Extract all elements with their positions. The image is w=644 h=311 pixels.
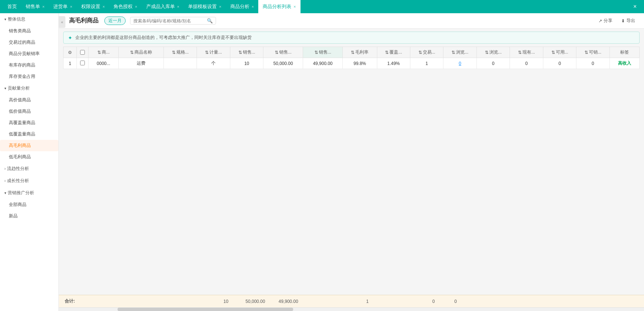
col-spec[interactable]: ⇅规格...	[163, 47, 197, 58]
export-button[interactable]: ⬇ 导出	[618, 16, 638, 25]
nav-product-inbound[interactable]: 产成品入库单 ×	[142, 0, 184, 13]
footer-browse1	[378, 299, 400, 304]
sidebar-item-high-coverage[interactable]: 高覆盖量商品	[0, 117, 58, 129]
col-saleable-stock[interactable]: ⇅可销...	[576, 47, 609, 58]
export-icon: ⬇	[621, 18, 625, 23]
data-table: ⚙ ⇅商... ⇅商品名称 ⇅规格... ⇅计量... ⇅销售... ⇅销售..…	[63, 47, 640, 69]
cell-sales-profit: 49,900.00	[303, 58, 343, 69]
cell-gross-margin: 99.8%	[343, 58, 377, 69]
cell-browse2: 0	[476, 58, 510, 69]
sidebar-section-trend[interactable]: › 流趋性分析	[0, 163, 58, 175]
col-sales-qty[interactable]: ⇅销售...	[230, 47, 263, 58]
col-unit[interactable]: ⇅计量...	[197, 47, 230, 58]
cell-code: 0000...	[89, 58, 119, 69]
search-input[interactable]	[133, 18, 207, 23]
col-trade-count[interactable]: ⇅交易...	[410, 47, 443, 58]
sidebar-section-marketing[interactable]: ▾ 营销推广分析	[0, 187, 58, 199]
col-sales-profit[interactable]: ⇅销售...	[303, 47, 343, 58]
share-icon: ↗	[598, 18, 602, 23]
tip-text: 企业的主要的利润都是这部分商品创造的，可考虑加大推广，同时关注库存是不要出现缺货	[75, 35, 252, 41]
col-name[interactable]: ⇅商品名称	[119, 47, 164, 58]
cell-unit: 个	[197, 58, 230, 69]
cell-saleable-stock: 0	[576, 58, 609, 69]
sidebar-section-contribution[interactable]: ▾ 贡献量分析	[0, 82, 58, 94]
footer-sales-profit: 49,900.00	[272, 299, 305, 304]
sidebar-item-all-goods[interactable]: 全部商品	[0, 199, 58, 210]
nav-home[interactable]: 首页	[3, 0, 21, 13]
col-checkbox	[77, 47, 89, 58]
nav-template-settings[interactable]: 单据模板设置 ×	[184, 0, 226, 13]
nav-product-analysis-list[interactable]: 商品分析列表 ×	[258, 0, 300, 13]
share-button[interactable]: ↗ 分享	[596, 16, 615, 25]
cell-available-stock: 0	[543, 58, 576, 69]
cell-coverage: 1.49%	[377, 58, 410, 69]
sidebar-item-low-margin[interactable]: 低毛利商品	[0, 151, 58, 163]
main-layout: ▾ 整体信息 销售类商品 交易过的商品 商品分贡献销率 有库存的商品 库存资金占…	[0, 13, 644, 311]
col-code[interactable]: ⇅商...	[89, 47, 119, 58]
col-available-stock[interactable]: ⇅可用...	[543, 47, 576, 58]
col-sales-amount[interactable]: ⇅销售...	[263, 47, 303, 58]
page-title: 高毛利商品	[69, 17, 98, 25]
table-header-row: ⚙ ⇅商... ⇅商品名称 ⇅规格... ⇅计量... ⇅销售... ⇅销售..…	[64, 47, 640, 58]
footer-trade-count: 1	[356, 299, 378, 304]
table-row: 1 0000... 运费 个 10 50,000.00 49,900.00 99…	[64, 58, 640, 69]
sidebar-collapse-button[interactable]: «	[59, 16, 65, 28]
col-browse2[interactable]: ⇅浏览...	[476, 47, 510, 58]
sidebar-item-goods-contribution[interactable]: 商品分贡献销率	[0, 48, 58, 59]
close-permission-settings-icon[interactable]: ×	[102, 4, 105, 9]
col-coverage[interactable]: ⇅覆盖...	[377, 47, 410, 58]
select-all-checkbox[interactable]	[80, 50, 85, 55]
col-gross-margin[interactable]: ⇅毛利率	[343, 47, 377, 58]
sidebar-item-low-value[interactable]: 低价值商品	[0, 106, 58, 117]
sidebar-item-traded-goods[interactable]: 交易过的商品	[0, 37, 58, 48]
sidebar-item-in-stock-goods[interactable]: 有库存的商品	[0, 59, 58, 71]
nav-sales-order[interactable]: 销售单 ×	[21, 0, 49, 13]
col-tag: 标签	[609, 47, 639, 58]
time-filter-button[interactable]: 近一月	[104, 17, 126, 25]
arrow-overall-icon: ▾	[4, 17, 6, 21]
sidebar-item-high-margin[interactable]: 高毛利商品	[0, 140, 58, 151]
close-product-inbound-icon[interactable]: ×	[177, 4, 179, 9]
cell-index: 1	[64, 58, 77, 69]
settings-icon[interactable]: ⚙	[68, 50, 72, 55]
window-close-button[interactable]: ×	[629, 3, 641, 10]
col-browse1[interactable]: ⇅浏览...	[443, 47, 476, 58]
nav-product-analysis[interactable]: 商品分析 ×	[226, 0, 258, 13]
close-product-analysis-list-icon[interactable]: ×	[294, 4, 296, 9]
nav-role-auth[interactable]: 角色授权 ×	[109, 0, 141, 13]
cell-browse1[interactable]: 0	[443, 58, 476, 69]
close-purchase-order-icon[interactable]: ×	[70, 4, 72, 9]
col-current-stock[interactable]: ⇅现有...	[510, 47, 543, 58]
sidebar-item-new-goods[interactable]: 新品	[0, 210, 58, 222]
close-template-settings-icon[interactable]: ×	[219, 4, 221, 9]
close-role-auth-icon[interactable]: ×	[135, 4, 137, 9]
data-table-wrap: ⚙ ⇅商... ⇅商品名称 ⇅规格... ⇅计量... ⇅销售... ⇅销售..…	[63, 47, 640, 295]
content-header: 高毛利商品 近一月 🔍 ↗ 分享 ⬇ 导出	[59, 13, 644, 29]
bottom-scrollbar[interactable]	[59, 307, 644, 311]
sidebar-item-high-value[interactable]: 高价值商品	[0, 94, 58, 106]
footer-total-row: 合计: 10 50,000.00 49,900.00	[59, 295, 644, 307]
footer-sales-qty: 10	[213, 299, 239, 304]
nav-permission-settings[interactable]: 权限设置 ×	[77, 0, 109, 13]
tip-box: ✦ 企业的主要的利润都是这部分商品创造的，可考虑加大推广，同时关注库存是不要出现…	[63, 32, 640, 44]
sidebar-section-growth[interactable]: › 成长性分析	[0, 175, 58, 187]
row-checkbox[interactable]	[80, 61, 85, 65]
cell-checkbox	[77, 58, 89, 69]
cell-tag: 高收入	[609, 58, 639, 69]
search-icon[interactable]: 🔍	[207, 18, 213, 23]
close-product-analysis-icon[interactable]: ×	[252, 4, 254, 9]
arrow-growth-icon: ›	[4, 179, 6, 183]
nav-purchase-order[interactable]: 进货单 ×	[49, 0, 76, 13]
cell-sales-amount: 50,000.00	[263, 58, 303, 69]
sidebar-section-overall[interactable]: ▾ 整体信息	[0, 13, 58, 25]
arrow-marketing-icon: ▾	[4, 191, 6, 195]
total-label: 合计:	[65, 298, 75, 304]
sidebar-item-stock-capital[interactable]: 库存资金占用	[0, 71, 58, 82]
close-sales-order-icon[interactable]: ×	[42, 4, 44, 9]
col-index: ⚙	[64, 47, 77, 58]
tip-icon: ✦	[68, 35, 72, 41]
cell-trade-count: 1	[410, 58, 443, 69]
sidebar-item-low-coverage[interactable]: 低覆盖量商品	[0, 129, 58, 140]
sidebar-item-sales-goods[interactable]: 销售类商品	[0, 25, 58, 37]
arrow-trend-icon: ›	[4, 167, 6, 171]
